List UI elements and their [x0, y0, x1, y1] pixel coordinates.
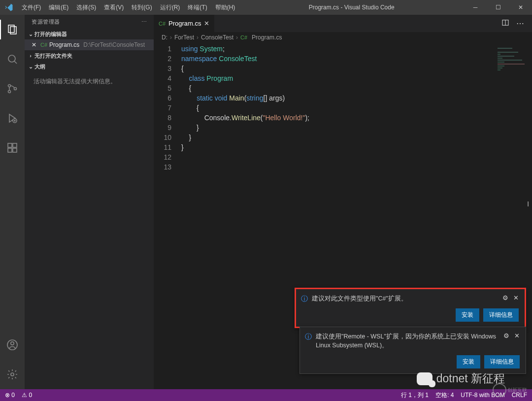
outline-section[interactable]: ⌄大纲 — [25, 61, 154, 72]
activity-bar — [0, 15, 25, 389]
open-editor-item[interactable]: ✕ C# Program.cs D:\ForTest\ConsoleTest — [25, 39, 154, 50]
explorer-icon[interactable] — [0, 20, 25, 39]
menu-item[interactable]: 转到(G) — [128, 3, 156, 12]
menu-bar: 文件(F)编辑(E)选择(S)查看(V)转到(G)运行(R)终端(T)帮助(H) — [18, 3, 239, 12]
text-cursor-icon: I — [527, 199, 529, 209]
split-editor-icon[interactable] — [501, 19, 509, 28]
source-control-icon[interactable] — [0, 79, 25, 99]
search-icon[interactable] — [0, 49, 25, 69]
info-icon: ⓘ — [305, 333, 312, 341]
tab-label: Program.cs — [168, 20, 201, 27]
line-numbers: 12345678910111213 — [154, 43, 181, 389]
minimap[interactable] — [498, 47, 527, 71]
title-bar: 文件(F)编辑(E)选择(S)查看(V)转到(G)运行(R)终端(T)帮助(H)… — [0, 0, 532, 15]
status-warnings[interactable]: ⚠ 0 — [22, 392, 32, 399]
breadcrumb-item[interactable]: Program.cs — [252, 34, 282, 41]
notification-wsl: ⓘ 建议使用"Remote - WSL"扩展，因为你的系统上已安装 Window… — [299, 327, 526, 374]
status-spaces[interactable]: 空格: 4 — [435, 391, 454, 400]
install-button[interactable]: 安装 — [457, 355, 480, 368]
more-actions-icon[interactable]: ⋯ — [516, 19, 524, 28]
svg-point-13 — [11, 342, 14, 345]
accounts-icon[interactable] — [0, 335, 25, 355]
notification-close-icon[interactable]: ✕ — [514, 332, 520, 339]
menu-item[interactable]: 帮助(H) — [211, 3, 239, 12]
sidebar-more-icon[interactable]: ⋯ — [141, 19, 147, 25]
notification-close-icon[interactable]: ✕ — [513, 294, 519, 301]
open-file-name: Program.cs — [49, 41, 79, 48]
status-bar: ⊗ 0 ⚠ 0 行 1，列 1 空格: 4 UTF-8 with BOM CRL… — [0, 389, 532, 401]
svg-line-3 — [14, 61, 17, 64]
menu-item[interactable]: 查看(V) — [100, 3, 128, 12]
svg-point-6 — [14, 88, 17, 90]
breadcrumb-item[interactable]: ConsoleTest — [201, 34, 233, 41]
info-icon: ⓘ — [301, 295, 308, 303]
notification-text: 建议对此文件类型使用"C#"扩展。 — [312, 294, 499, 303]
notification-gear-icon[interactable]: ⚙ — [502, 294, 508, 301]
open-file-path: D:\ForTest\ConsoleTest — [83, 41, 145, 48]
outline-message: 活动编辑器无法提供大纲信息。 — [25, 72, 154, 91]
open-editors-section[interactable]: ⌄打开的编辑器 — [25, 29, 154, 39]
notification-csharp: ⓘ 建议对此文件类型使用"C#"扩展。 ⚙ ✕ 安装 详细信息 — [295, 288, 526, 328]
notification-gear-icon[interactable]: ⚙ — [503, 332, 509, 339]
editor-tab[interactable]: C# Program.cs ✕ — [154, 15, 215, 32]
svg-rect-9 — [8, 148, 12, 152]
notification-text: 建议使用"Remote - WSL"扩展，因为你的系统上已安装 Windows … — [316, 332, 499, 351]
status-encoding[interactable]: UTF-8 with BOM — [461, 392, 504, 399]
svg-rect-10 — [13, 148, 17, 152]
menu-item[interactable]: 运行(R) — [156, 3, 184, 12]
status-eol[interactable]: CRLF — [512, 392, 527, 399]
menu-item[interactable]: 选择(S) — [72, 3, 100, 12]
close-button[interactable]: ✕ — [509, 0, 532, 15]
breadcrumb-item[interactable]: D: — [162, 34, 167, 41]
extensions-icon[interactable] — [0, 138, 25, 158]
install-button[interactable]: 安装 — [456, 308, 479, 322]
breadcrumb[interactable]: D:›ForTest›ConsoleTest›C#Program.cs — [154, 32, 532, 43]
menu-item[interactable]: 终端(T) — [184, 3, 211, 12]
close-file-icon[interactable]: ✕ — [32, 41, 38, 48]
menu-item[interactable]: 文件(F) — [18, 3, 45, 12]
svg-point-14 — [11, 373, 14, 376]
minimize-button[interactable]: ─ — [464, 0, 487, 15]
maximize-button[interactable]: ☐ — [487, 0, 509, 15]
no-folder-section[interactable]: ›无打开的文件夹 — [25, 50, 154, 61]
details-button[interactable]: 详细信息 — [484, 355, 520, 368]
svg-point-5 — [8, 91, 11, 93]
svg-rect-11 — [13, 143, 17, 147]
csharp-file-icon: C# — [40, 41, 47, 48]
settings-gear-icon[interactable] — [0, 365, 25, 384]
csharp-file-icon: C# — [159, 20, 166, 27]
window-title: Program.cs - Visual Studio Code — [239, 4, 464, 11]
sidebar-title: 资源管理器 — [32, 18, 60, 26]
status-position[interactable]: 行 1，列 1 — [401, 391, 429, 400]
status-errors[interactable]: ⊗ 0 — [5, 392, 15, 399]
svg-rect-8 — [8, 143, 12, 147]
svg-point-4 — [8, 85, 11, 87]
breadcrumb-item[interactable]: ForTest — [174, 34, 194, 41]
run-debug-icon[interactable] — [0, 108, 25, 128]
svg-point-2 — [8, 55, 15, 62]
explorer-sidebar: 资源管理器 ⋯ ⌄打开的编辑器 ✕ C# Program.cs D:\ForTe… — [25, 15, 154, 389]
editor-tabs: C# Program.cs ✕ ⋯ — [154, 15, 532, 32]
vscode-logo-icon — [0, 3, 18, 12]
close-tab-icon[interactable]: ✕ — [204, 20, 209, 27]
menu-item[interactable]: 编辑(E) — [45, 3, 72, 12]
details-button[interactable]: 详细信息 — [483, 308, 519, 322]
